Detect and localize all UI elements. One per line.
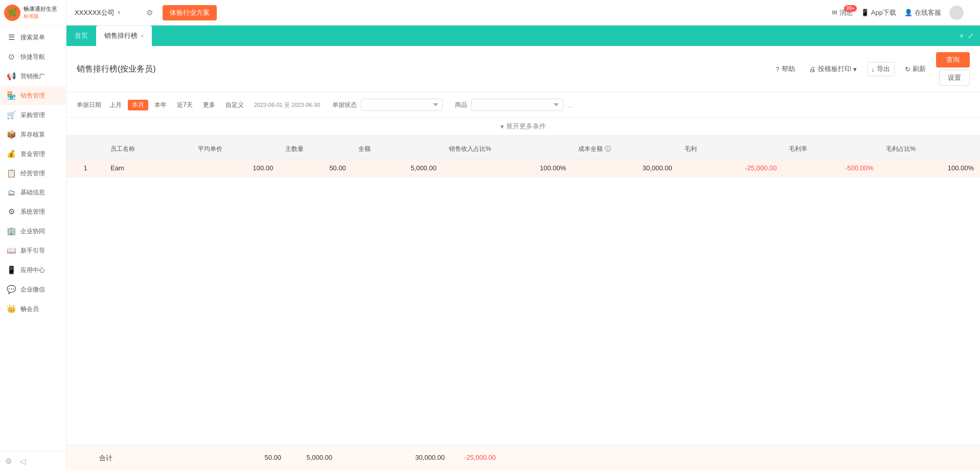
message-button[interactable]: ✉ 消息 99+: [832, 8, 853, 17]
footer-cost: 30,000.00: [395, 451, 451, 466]
table-header: 员工名称平均单价主数量全额销售收入占比%成本全额 ⓘ毛利毛利率毛利占比%: [66, 140, 980, 159]
sidebar-item-wechat[interactable]: 💬企业微信: [0, 280, 66, 299]
date-option-自定义[interactable]: 自定义: [221, 100, 248, 110]
query-button[interactable]: 查询: [936, 52, 970, 68]
goods-input[interactable]: [471, 99, 563, 111]
status-filter-group: 单据状态: [332, 99, 443, 111]
marketing-icon: 📢: [6, 72, 16, 81]
search-icon: ☰: [6, 33, 16, 42]
avatar[interactable]: [949, 6, 964, 20]
col-header-5: 销售收入占比%: [443, 140, 572, 159]
col-header-4: 全额: [352, 140, 443, 159]
table-header-row: 员工名称平均单价主数量全额销售收入占比%成本全额 ⓘ毛利毛利率毛利占比%: [66, 140, 980, 159]
status-select[interactable]: [361, 99, 443, 111]
sidebar-item-appstore[interactable]: 📱应用中心: [0, 260, 66, 280]
guide-icon: 📖: [6, 246, 16, 255]
sidebar-bottom: ⚙ ◁: [0, 451, 66, 471]
sidebar-item-member[interactable]: 👑畅会员: [0, 299, 66, 319]
footer-qty: 50.00: [236, 451, 287, 466]
sidebar-item-inventory[interactable]: 📦库存核算: [0, 125, 66, 144]
cell-0-1: Eam: [104, 159, 192, 177]
sidebar-item-operations[interactable]: 📋经营管理: [0, 164, 66, 183]
app-download-button[interactable]: 📱 App下载: [861, 8, 896, 17]
table-row[interactable]: 1Eam100.0050.005,000.00100.00%30,000.00-…: [66, 159, 980, 177]
finance-icon: 💰: [6, 149, 16, 159]
tabs-bar: 首页 销售排行榜 × × ⤢: [66, 26, 980, 46]
topbar-right: ✉ 消息 99+ 📱 App下载 👤 在线客服: [832, 6, 972, 20]
tabs-right: × ⤢: [960, 32, 980, 40]
cell-0-0: 1: [66, 159, 104, 177]
wechat-icon: 💬: [6, 285, 16, 294]
footer-profit-rate: [502, 451, 553, 466]
base-icon: 🗂: [6, 188, 16, 197]
sidebar-item-finance[interactable]: 💰资金管理: [0, 144, 66, 164]
page-header: 销售排行榜(按业务员) ? 帮助 🖨 按模板打印 ▾ ↓ 导出 ↻ 刷新: [66, 46, 980, 93]
sidebar-item-guide[interactable]: 📖新手引导: [0, 241, 66, 260]
data-table: 员工名称平均单价主数量全额销售收入占比%成本全额 ⓘ毛利毛利率毛利占比% 1Ea…: [66, 140, 980, 177]
cell-0-3: 50.00: [279, 159, 352, 177]
col-header-1: 员工名称: [104, 140, 192, 159]
help-icon: ?: [776, 65, 779, 73]
status-filter-label: 单据状态: [332, 101, 357, 109]
window-expand-icon[interactable]: ⤢: [968, 32, 974, 40]
footer-avg-price: [185, 451, 236, 466]
footer-sales-ratio: [338, 451, 395, 466]
sidebar-item-marketing[interactable]: 📢营销推广: [0, 66, 66, 86]
sidebar-item-system[interactable]: ⚙系统管理: [0, 202, 66, 221]
sidebar-item-purchase[interactable]: 🛒采购管理: [0, 105, 66, 125]
company-selector[interactable]: XXXXXX公司 ▾: [75, 8, 136, 17]
message-badge: 99+: [844, 5, 857, 12]
topbar-settings-icon[interactable]: ⚙: [142, 6, 156, 20]
cell-0-5: 100.00%: [443, 159, 572, 177]
help-button[interactable]: ? 帮助: [771, 62, 799, 76]
page-actions: ? 帮助 🖨 按模板打印 ▾ ↓ 导出 ↻ 刷新 查询: [771, 52, 970, 92]
footer-row: 合计 50.00 5,000.00 30,000.00 -25,000.00: [73, 451, 974, 466]
sidebar-item-sales[interactable]: 🏪销售管理: [0, 86, 66, 105]
footer-empty: [73, 451, 93, 466]
col-header-3: 主数量: [279, 140, 352, 159]
trial-button[interactable]: 体验行业方案: [163, 5, 217, 20]
sidebar-settings-icon[interactable]: ⚙: [5, 457, 12, 466]
cell-0-7: -25,000.00: [678, 159, 783, 177]
print-icon: 🖨: [809, 65, 816, 73]
date-option-本月[interactable]: 本月: [128, 100, 148, 110]
date-option-本年[interactable]: 本年: [150, 100, 171, 110]
col-header-0: [66, 140, 104, 159]
export-button[interactable]: ↓ 导出: [867, 62, 895, 76]
sidebar-item-search[interactable]: ☰搜索菜单: [0, 28, 66, 47]
tab-sales-ranking[interactable]: 销售排行榜 ×: [96, 26, 152, 46]
expand-filter-button[interactable]: ▾ 展开更多条件: [500, 122, 546, 131]
sidebar-item-base[interactable]: 🗂基础信息: [0, 183, 66, 202]
goods-filter-label: 商品: [455, 101, 467, 109]
date-option-近7天[interactable]: 近7天: [173, 100, 197, 110]
filter-bar: 单据日期 上月本月本年近7天更多自定义 2023-06-01 至 2023-06…: [66, 93, 980, 118]
date-range: 2023-06-01 至 2023-06-30: [254, 101, 321, 109]
window-close-icon[interactable]: ×: [960, 32, 964, 40]
cell-0-8: -500.00%: [783, 159, 879, 177]
footer-label: 合计: [93, 451, 185, 466]
sidebar-item-shortcut[interactable]: ⊙快捷导航: [0, 47, 66, 66]
date-option-更多[interactable]: 更多: [199, 100, 219, 110]
settings-button[interactable]: 设置: [939, 70, 970, 86]
print-chevron-icon: ▾: [853, 65, 857, 73]
cell-0-9: 100.00%: [880, 159, 980, 177]
sidebar-item-enterprise[interactable]: 🏢企业协同: [0, 221, 66, 241]
expand-icon: ▾: [500, 123, 504, 130]
online-service-button[interactable]: 👤 在线客服: [904, 8, 941, 17]
inventory-icon: 📦: [6, 130, 16, 139]
print-button[interactable]: 🖨 按模板打印 ▾: [805, 62, 861, 76]
date-option-上月[interactable]: 上月: [105, 100, 126, 110]
cell-0-4: 5,000.00: [352, 159, 443, 177]
table-footer: 合计 50.00 5,000.00 30,000.00 -25,000.00: [66, 445, 980, 471]
table-body: 1Eam100.0050.005,000.00100.00%30,000.00-…: [66, 159, 980, 177]
goods-more-icon[interactable]: ...: [567, 101, 573, 109]
logo-sub: 标准版: [24, 13, 57, 20]
refresh-button[interactable]: ↻ 刷新: [901, 62, 930, 76]
date-filter-label: 单据日期: [77, 101, 101, 109]
footer-amount: 5,000.00: [287, 451, 338, 466]
sidebar-collapse-icon[interactable]: ◁: [20, 457, 26, 466]
tab-home[interactable]: 首页: [66, 26, 96, 46]
page-title: 销售排行榜(按业务员): [77, 64, 156, 81]
export-icon: ↓: [872, 65, 875, 73]
tab-close-icon[interactable]: ×: [141, 33, 144, 39]
